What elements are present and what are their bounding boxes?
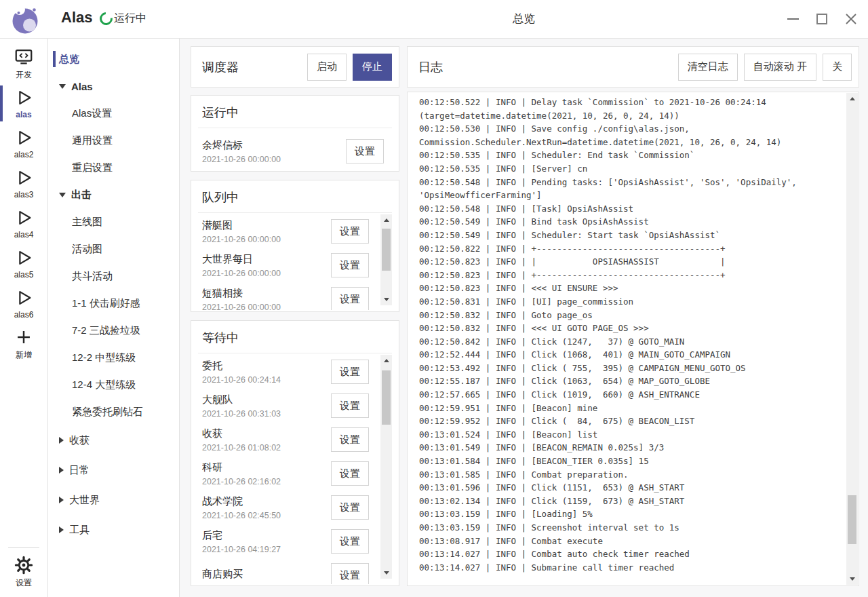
task-info: 后宅 2021-10-26 04:19:27 <box>202 529 281 554</box>
menu-item[interactable]: 12-2 中型练级 <box>48 344 179 371</box>
task-settings-button[interactable]: 设置 <box>331 495 369 520</box>
play-icon <box>14 128 34 148</box>
instance-rail: 开发 alas alas2 alas3 alas4 alas5 <box>0 39 48 597</box>
task-info: 大舰队 2021-10-26 00:31:03 <box>202 393 281 419</box>
rail-instance[interactable]: alas3 <box>0 163 47 204</box>
chevron-right-icon <box>59 437 64 444</box>
task-settings-button[interactable]: 设置 <box>331 563 369 584</box>
menu-item[interactable]: 通用设置 <box>48 127 179 154</box>
scrollbar-thumb[interactable] <box>382 370 391 425</box>
scroll-up-button[interactable] <box>380 214 392 226</box>
play-icon <box>14 168 34 188</box>
rail-item-settings[interactable]: 设置 <box>0 551 47 593</box>
task-name: 后宅 <box>202 529 281 542</box>
rail-item-dev[interactable]: 开发 <box>0 43 47 83</box>
task-settings-button[interactable]: 设置 <box>331 360 369 384</box>
menu-item[interactable]: 工具 <box>48 515 179 545</box>
menu-item[interactable]: 12-4 大型练级 <box>48 371 179 398</box>
log-output[interactable]: 00:12:50.522 | INFO | Delay task `Commis… <box>419 96 841 584</box>
scroll-down-button[interactable] <box>846 573 858 585</box>
log-line: 00:12:50.831 | INFO | [UI] page_commissi… <box>419 295 841 309</box>
chevron-down-icon <box>59 84 66 89</box>
autoscroll-off-button[interactable]: 关 <box>823 54 852 81</box>
rail-item-add[interactable]: 新增 <box>0 324 47 364</box>
pending-scrollbar <box>380 214 392 305</box>
menu-item[interactable]: 日常 <box>48 455 179 485</box>
menu-item-label: 工具 <box>69 524 90 537</box>
main-content: 调度器 启动 停止 运行中 余烬信标 2021-10-26 00:00:00 设… <box>180 39 868 597</box>
log-line: 00:13:08.917 | INFO | Combat execute <box>419 535 841 548</box>
menu-item-label: 收获 <box>69 434 90 447</box>
menu-item-label: 主线图 <box>72 216 102 229</box>
log-line: (target=datetime.datetime(2021, 10, 26, … <box>419 109 841 123</box>
menu-item[interactable]: 大世界 <box>48 485 179 515</box>
task-name: 收获 <box>202 427 281 440</box>
task-settings-button[interactable]: 设置 <box>331 287 369 310</box>
chevron-right-icon <box>59 497 64 503</box>
alas-logo <box>10 5 40 35</box>
menu-item-label: 7-2 三战捡垃圾 <box>72 324 140 337</box>
scroll-up-button[interactable] <box>846 93 858 104</box>
task-settings-button[interactable]: 设置 <box>331 219 369 244</box>
menu-item[interactable]: 收获 <box>48 425 179 455</box>
menu-item[interactable]: Alas设置 <box>48 100 179 127</box>
task-settings-button[interactable]: 设置 <box>331 393 369 418</box>
menu-item[interactable]: 主线图 <box>48 208 179 235</box>
rail-instance[interactable]: alas6 <box>0 284 47 324</box>
minimize-button[interactable] <box>781 8 804 30</box>
task-name: 商店购买 <box>202 568 243 581</box>
menu-item-label: 出击 <box>71 189 92 201</box>
log-line: 00:12:50.832 | INFO | <<< UI GOTO PAGE_O… <box>419 322 841 335</box>
log-line: 00:12:50.832 | INFO | Goto page_os <box>419 309 841 322</box>
clear-log-button[interactable]: 清空日志 <box>678 54 738 81</box>
rail-instance[interactable]: alas <box>0 83 47 123</box>
task-settings-button[interactable]: 设置 <box>331 253 369 277</box>
autoscroll-on-button[interactable]: 自动滚动 开 <box>744 54 816 81</box>
rail-instance[interactable]: alas5 <box>0 244 47 284</box>
scheduler-stop-button[interactable]: 停止 <box>353 54 392 81</box>
log-line: 00:12:50.842 | INFO | Click (1247, 37) @… <box>419 335 841 349</box>
task-info: 余烬信标 2021-10-26 00:00:00 <box>202 139 281 164</box>
scroll-down-button[interactable] <box>380 294 392 305</box>
app-window: Alas 运行中 总览 开发 <box>0 0 868 597</box>
log-line: 'OpsiMeowfficerFarming'] <box>419 189 841 202</box>
menu-item[interactable]: 7-2 三战捡垃圾 <box>48 317 179 344</box>
menu-item[interactable]: 1-1 伏击刷好感 <box>48 290 179 317</box>
task-next-run: 2021-10-26 04:19:27 <box>202 545 281 554</box>
task-info: 短猫相接 2021-10-26 00:00:00 <box>202 287 281 311</box>
menu-item[interactable]: 共斗活动 <box>48 263 179 290</box>
menu-item[interactable]: 紧急委托刷钻石 <box>48 398 179 425</box>
menu-item-label: 紧急委托刷钻石 <box>72 406 143 419</box>
menu-item[interactable]: Alas <box>48 73 179 100</box>
scroll-down-button[interactable] <box>380 567 392 579</box>
task-next-run: 2021-10-26 00:00:00 <box>202 303 281 311</box>
scroll-up-button[interactable] <box>380 355 392 366</box>
task-next-run: 2021-10-26 00:00:00 <box>202 155 281 164</box>
scheduler-start-button[interactable]: 启动 <box>307 54 347 81</box>
close-button[interactable] <box>840 8 863 30</box>
task-settings-button[interactable]: 设置 <box>331 529 369 554</box>
task-settings-button[interactable]: 设置 <box>331 461 369 486</box>
task-settings-button[interactable]: 设置 <box>331 427 369 452</box>
menu-item[interactable]: 总览 <box>48 45 179 73</box>
waiting-title: 等待中 <box>191 321 399 353</box>
task-info: 战术学院 2021-10-26 02:45:50 <box>202 495 281 520</box>
maximize-button[interactable] <box>810 8 833 30</box>
scrollbar-thumb[interactable] <box>848 495 856 544</box>
scrollbar-track <box>380 226 392 294</box>
menu-item[interactable]: 活动图 <box>48 235 179 263</box>
scheduler-panel: 调度器 启动 停止 <box>191 46 399 88</box>
log-line: 00:12:50.548 | INFO | Pending tasks: ['O… <box>419 176 841 189</box>
running-task-list: 余烬信标 2021-10-26 00:00:00 设置 <box>191 128 399 170</box>
rail-instance[interactable]: alas2 <box>0 123 47 163</box>
running-title: 运行中 <box>191 96 399 128</box>
task-settings-button[interactable]: 设置 <box>346 139 384 163</box>
task-info: 科研 2021-10-26 02:16:02 <box>202 461 281 486</box>
scrollbar-thumb[interactable] <box>382 229 391 271</box>
task-row: 后宅 2021-10-26 04:19:27 设置 <box>202 524 369 558</box>
menu-item[interactable]: 重启设置 <box>48 154 179 181</box>
rail-instance[interactable]: alas4 <box>0 204 47 244</box>
task-info: 商店购买 <box>202 568 243 583</box>
instance-list: alas alas2 alas3 alas4 alas5 alas6 <box>0 83 47 324</box>
menu-item[interactable]: 出击 <box>48 181 179 208</box>
